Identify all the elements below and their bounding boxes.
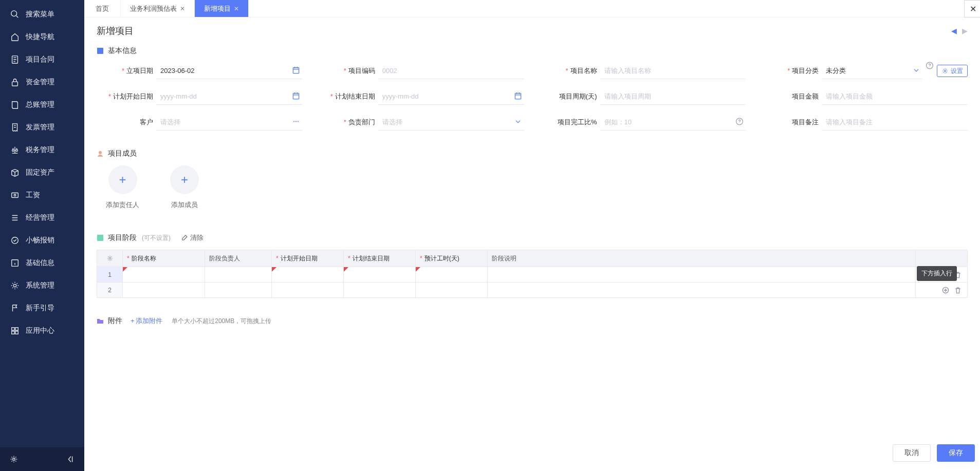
project-date-input[interactable] bbox=[156, 63, 302, 79]
sidebar-item-search[interactable]: 搜索菜单 bbox=[0, 3, 84, 26]
section-title: 附件 + 添加附件 单个大小不超过200MB，可拖拽上传 bbox=[97, 316, 968, 326]
cell-plan-end[interactable] bbox=[344, 282, 416, 297]
th-actions bbox=[916, 250, 967, 267]
sidebar-item-invoice[interactable]: 发票管理 bbox=[0, 116, 84, 139]
sidebar-label: 新手引导 bbox=[26, 304, 54, 313]
help-icon[interactable] bbox=[926, 61, 934, 71]
sidebar-label: 项目合同 bbox=[26, 55, 54, 64]
sidebar-label: 系统管理 bbox=[26, 281, 54, 290]
sidebar-item-funds[interactable]: 资金管理 bbox=[0, 71, 84, 93]
sidebar-item-system[interactable]: 系统管理 bbox=[0, 274, 84, 297]
calendar-icon[interactable] bbox=[292, 92, 300, 102]
sidebar-item-contract[interactable]: 项目合同 bbox=[0, 48, 84, 71]
sidebar-item-ledger[interactable]: 总账管理 bbox=[0, 93, 84, 116]
add-attachment-button[interactable]: + 添加附件 bbox=[131, 316, 162, 326]
tooltip: 下方插入行 bbox=[917, 266, 957, 281]
calendar-icon[interactable] bbox=[292, 66, 300, 76]
customer-select[interactable] bbox=[156, 114, 302, 130]
cell-desc[interactable] bbox=[488, 282, 916, 297]
sidebar-label: 总账管理 bbox=[26, 100, 54, 109]
cell-hours[interactable] bbox=[416, 267, 488, 282]
info-icon bbox=[10, 258, 20, 268]
tab-label: 业务利润预估表 bbox=[130, 4, 177, 13]
window-close-button[interactable]: ✕ bbox=[964, 0, 980, 17]
field-label: 项目金额 bbox=[792, 92, 819, 100]
plan-start-input[interactable] bbox=[156, 88, 302, 105]
clear-button[interactable]: 清除 bbox=[181, 233, 204, 242]
sidebar-item-baseinfo[interactable]: 基础信息 bbox=[0, 252, 84, 274]
more-icon[interactable] bbox=[292, 118, 300, 127]
sidebar-item-operation[interactable]: 经营管理 bbox=[0, 206, 84, 229]
field-label: 负责部门 bbox=[344, 118, 375, 126]
chevron-down-icon[interactable] bbox=[514, 118, 522, 127]
cell-phase-name[interactable] bbox=[123, 267, 205, 282]
period-input[interactable] bbox=[600, 88, 746, 105]
sidebar-item-guide[interactable]: 新手引导 bbox=[0, 297, 84, 319]
footer-actions: 取消 保存 bbox=[893, 444, 975, 462]
cell-phase-owner[interactable] bbox=[205, 267, 272, 282]
project-code-input[interactable] bbox=[378, 63, 524, 79]
close-icon[interactable]: ✕ bbox=[234, 5, 239, 12]
sidebar-label: 小畅报销 bbox=[26, 236, 54, 245]
field-label: 立项日期 bbox=[122, 67, 153, 74]
circle-icon bbox=[10, 236, 20, 245]
tabbar: 首页 业务利润预估表✕ 新增项目✕ ✕ bbox=[84, 0, 980, 17]
cell-phase-owner[interactable] bbox=[205, 282, 272, 297]
close-icon[interactable]: ✕ bbox=[180, 5, 185, 12]
basic-form: 立项日期 项目编码 项目名称 项目分类 设置 计划开始日期 计划结束日期 项目周… bbox=[97, 63, 968, 130]
category-select[interactable] bbox=[822, 63, 922, 79]
remark-input[interactable] bbox=[822, 114, 968, 130]
prev-icon[interactable]: ◀ bbox=[951, 27, 957, 35]
calendar-icon[interactable] bbox=[514, 92, 522, 102]
th-label: 计划结束日期 bbox=[348, 254, 390, 263]
project-name-input[interactable] bbox=[600, 63, 746, 79]
sidebar-item-tax[interactable]: 税务管理 bbox=[0, 139, 84, 161]
receipt-icon bbox=[10, 123, 20, 132]
cell-plan-start[interactable] bbox=[272, 267, 344, 282]
plan-end-input[interactable] bbox=[378, 88, 524, 105]
collapse-icon[interactable] bbox=[66, 455, 75, 464]
tab-label: 新增项目 bbox=[204, 4, 231, 13]
delete-row-icon[interactable] bbox=[954, 286, 962, 294]
cell-phase-name[interactable] bbox=[123, 282, 205, 297]
sliders-icon bbox=[10, 281, 20, 290]
sidebar-item-expense[interactable]: 小畅报销 bbox=[0, 229, 84, 252]
field-label: 项目编码 bbox=[344, 67, 375, 74]
tab-home[interactable]: 首页 bbox=[84, 0, 121, 17]
progress-input[interactable] bbox=[600, 114, 746, 130]
field-label: 项目备注 bbox=[792, 118, 819, 126]
home-icon bbox=[10, 32, 20, 42]
add-owner-button[interactable]: + bbox=[108, 165, 137, 194]
sidebar-item-quicknav[interactable]: 快捷导航 bbox=[0, 26, 84, 48]
dept-select[interactable] bbox=[378, 114, 524, 130]
next-icon[interactable]: ▶ bbox=[962, 27, 968, 35]
sidebar-label: 经营管理 bbox=[26, 213, 54, 222]
section-title: 基本信息 bbox=[97, 46, 968, 55]
gear-icon[interactable] bbox=[9, 455, 19, 464]
save-button[interactable]: 保存 bbox=[937, 444, 975, 462]
help-icon[interactable] bbox=[735, 118, 744, 127]
th-gear[interactable] bbox=[97, 250, 123, 267]
sidebar-item-assets[interactable]: 固定资产 bbox=[0, 161, 84, 184]
tab-newproject[interactable]: 新增项目✕ bbox=[195, 0, 249, 17]
sidebar-label: 发票管理 bbox=[26, 123, 54, 132]
insert-row-icon[interactable] bbox=[941, 286, 950, 294]
sidebar: 搜索菜单 快捷导航 项目合同 资金管理 总账管理 发票管理 税务管理 固定资产 … bbox=[0, 0, 84, 471]
cell-plan-end[interactable] bbox=[344, 267, 416, 282]
phase-table: 阶段名称 阶段负责人 计划开始日期 计划结束日期 预计工时(天) 阶段说明 1 bbox=[97, 250, 968, 298]
amount-input[interactable] bbox=[822, 88, 968, 105]
sidebar-label: 固定资产 bbox=[26, 168, 54, 177]
category-settings-button[interactable]: 设置 bbox=[937, 65, 968, 77]
chevron-down-icon[interactable] bbox=[912, 66, 920, 76]
cell-desc[interactable] bbox=[488, 267, 916, 282]
cell-hours[interactable] bbox=[416, 282, 488, 297]
tab-profit[interactable]: 业务利润预估表✕ bbox=[121, 0, 195, 17]
section-members: 项目成员 + 添加责任人 + 添加成员 bbox=[89, 142, 975, 217]
sidebar-item-apps[interactable]: 应用中心 bbox=[0, 319, 84, 342]
layers-icon bbox=[97, 234, 104, 241]
sidebar-item-salary[interactable]: 工资 bbox=[0, 184, 84, 206]
section-title: 项目成员 bbox=[97, 149, 968, 158]
cancel-button[interactable]: 取消 bbox=[893, 444, 931, 462]
add-member-button[interactable]: + bbox=[170, 165, 199, 194]
cell-plan-start[interactable] bbox=[272, 282, 344, 297]
